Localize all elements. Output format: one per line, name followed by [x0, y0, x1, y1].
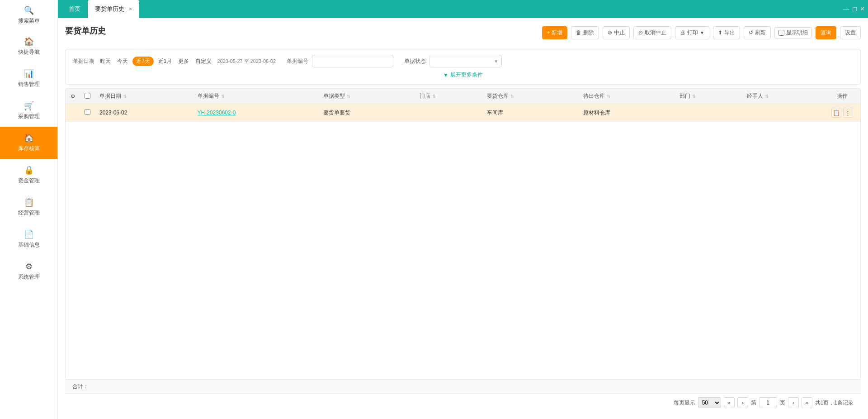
row-handler [742, 104, 824, 122]
page-label: 第 [751, 399, 756, 407]
maximize-button[interactable]: □ [853, 5, 856, 13]
doc-no-label: 单据编号 [287, 57, 308, 65]
per-page-select[interactable]: 50 100 200 [698, 397, 721, 408]
select-all-checkbox[interactable] [85, 93, 90, 99]
settings-icon[interactable]: ⚙ [71, 93, 75, 100]
shortcut-7days[interactable]: 近7天 [132, 57, 154, 66]
table-header-row: ⚙ 单据日期 ⇅ 单据编号 [66, 89, 860, 104]
row-checkbox[interactable] [85, 109, 90, 115]
shortcut-custom[interactable]: 自定义 [193, 57, 213, 66]
sidebar: 🔍 搜索菜单 🏠 快捷导航 📊 销售管理 🛒 采购管理 🏠 库存核算 🔒 资金管… [0, 0, 58, 419]
sort-store-icon: ⇅ [432, 94, 436, 99]
prev-page-button[interactable]: ‹ [737, 397, 748, 408]
cancel-stop-icon: ⊙ [638, 29, 643, 36]
shortcut-yesterday[interactable]: 昨天 [98, 57, 113, 66]
status-label: 单据状态 [404, 57, 426, 65]
th-checkbox [80, 89, 95, 104]
operation-icon: 📋 [24, 197, 34, 207]
stop-button[interactable]: ⊘ 中止 [603, 26, 630, 39]
page-number-input[interactable] [759, 397, 777, 408]
tab-close-icon[interactable]: × [129, 6, 132, 12]
shortcut-today[interactable]: 今天 [115, 57, 130, 66]
sidebar-item-purchase[interactable]: 🛒 采购管理 [0, 95, 57, 127]
table-footer: 合计： [65, 380, 861, 393]
cart-icon: 🛒 [24, 101, 34, 111]
row-doc-no: YH-20230602-0 [193, 104, 319, 122]
status-select-wrapper: ▼ [429, 55, 502, 67]
print-button[interactable]: 🖨 打印 ▼ [675, 26, 709, 39]
th-settings: ⚙ [66, 89, 80, 104]
sidebar-item-basic-info[interactable]: 📄 基础信息 [0, 223, 57, 255]
th-store: 门店 ⇅ [415, 89, 482, 104]
doc-no-link[interactable]: YH-20230602-0 [198, 110, 236, 116]
shortcut-1month[interactable]: 近1月 [156, 57, 174, 66]
export-icon: ⬆ [718, 29, 722, 36]
sidebar-item-inventory[interactable]: 🏠 库存核算 [0, 127, 57, 159]
sidebar-item-system[interactable]: ⚙ 系统管理 [0, 255, 57, 287]
inventory-icon: 🏠 [24, 133, 34, 143]
trash-icon: 🗑 [576, 29, 581, 36]
stop-icon: ⊘ [608, 29, 612, 36]
sidebar-item-operation[interactable]: 📋 经营管理 [0, 191, 57, 223]
th-doc-no: 单据编号 ⇅ [193, 89, 319, 104]
sidebar-item-sales[interactable]: 📊 销售管理 [0, 62, 57, 95]
doc-no-filter-group: 单据编号 [287, 55, 393, 67]
document-icon: 📄 [24, 229, 34, 239]
delete-button[interactable]: 🗑 删除 [571, 26, 599, 39]
table-wrapper: ⚙ 单据日期 ⇅ 单据编号 [65, 88, 861, 380]
export-button[interactable]: ⬆ 导出 [713, 26, 740, 39]
tab-bar: 首页 要货单历史 × — □ × [58, 0, 868, 18]
tab-home[interactable]: 首页 [61, 0, 88, 18]
cancel-stop-button[interactable]: ⊙ 取消中止 [633, 26, 671, 39]
sidebar-item-label: 快捷导航 [18, 48, 40, 56]
th-type: 单据类型 ⇅ [319, 89, 415, 104]
search-icon: 🔍 [24, 5, 34, 15]
gear-icon: ⚙ [25, 262, 33, 271]
date-range-display: 2023-05-27 至 2023-06-02 [217, 58, 276, 65]
close-button[interactable]: × [860, 5, 864, 13]
sidebar-item-label: 资金管理 [18, 177, 40, 185]
settings-button[interactable]: 设置 [840, 26, 861, 39]
page-title: 要货单历史 [65, 25, 106, 36]
tab-current[interactable]: 要货单历史 × [88, 0, 139, 18]
row-dept [675, 104, 742, 122]
sidebar-search[interactable]: 🔍 搜索菜单 [0, 0, 57, 30]
per-page-label: 每页显示 [674, 399, 695, 407]
sidebar-item-label: 库存核算 [18, 145, 40, 152]
row-ops-cell: 📋 ⋮ [824, 104, 860, 122]
filter-bar: 单据日期 昨天 今天 近7天 近1月 更多 自定义 2023-05-27 至 2… [65, 49, 861, 85]
expand-more-icon: ▼ [443, 72, 448, 78]
sort-type-icon: ⇅ [347, 94, 350, 99]
query-button[interactable]: 查询 [816, 26, 836, 39]
sidebar-item-label: 采购管理 [18, 113, 40, 120]
sort-date-icon: ⇅ [123, 94, 127, 99]
first-page-button[interactable]: « [724, 397, 735, 408]
sidebar-item-label: 基础信息 [18, 241, 40, 249]
last-page-button[interactable]: » [802, 397, 812, 408]
row-more-button[interactable]: ⋮ [843, 108, 853, 118]
tab-home-label: 首页 [69, 5, 80, 13]
tab-actions: — □ × [843, 5, 864, 13]
refresh-button[interactable]: ↺ 刷新 [744, 26, 771, 39]
show-detail-button[interactable]: 显示明细 [774, 27, 812, 38]
sidebar-item-finance[interactable]: 🔒 资金管理 [0, 159, 57, 191]
date-shortcuts: 昨天 今天 近7天 近1月 更多 自定义 [98, 57, 213, 66]
page-suffix: 页 [780, 399, 785, 407]
refresh-icon: ↺ [749, 29, 753, 36]
sidebar-item-quick-nav[interactable]: 🏠 快捷导航 [0, 30, 57, 62]
status-select[interactable] [429, 55, 502, 67]
lock-icon: 🔒 [24, 165, 34, 175]
row-view-button[interactable]: 📋 [831, 108, 841, 118]
row-pending-warehouse: 原材料仓库 [579, 104, 675, 122]
th-pending-warehouse: 待出仓库 ⇅ [579, 89, 675, 104]
main-area: 首页 要货单历史 × — □ × 要货单历史 + 新增 🗑 删除 ⊘ [58, 0, 868, 419]
doc-no-input[interactable] [312, 55, 393, 67]
next-page-button[interactable]: › [788, 397, 799, 408]
minimize-button[interactable]: — [843, 5, 849, 13]
expand-more-button[interactable]: ▼ 展开更多条件 [73, 71, 853, 79]
data-table: ⚙ 单据日期 ⇅ 单据编号 [66, 89, 860, 122]
shortcut-more[interactable]: 更多 [176, 57, 191, 66]
summary-label: 合计： [72, 383, 89, 390]
show-detail-checkbox[interactable] [778, 30, 784, 36]
new-button[interactable]: + 新增 [542, 26, 567, 39]
